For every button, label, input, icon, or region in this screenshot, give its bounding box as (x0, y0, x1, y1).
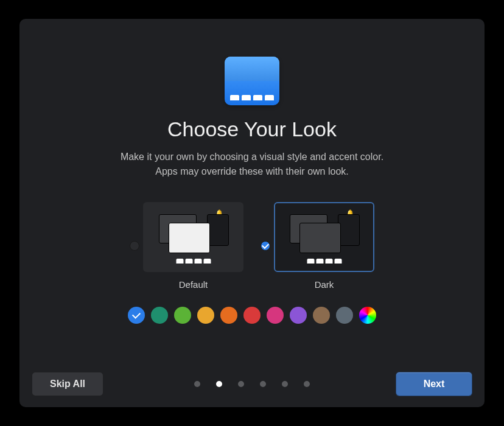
theme-label-dark: Dark (315, 279, 334, 290)
accent-purple[interactable] (290, 307, 307, 324)
accent-rainbow[interactable] (359, 307, 376, 324)
skip-all-button[interactable]: Skip All (32, 372, 103, 396)
accent-green[interactable] (174, 307, 191, 324)
theme-options: 🔔 Default 🔔 (130, 202, 374, 290)
footer: Skip All Next (32, 372, 472, 396)
onboarding-window: Choose Your Look Make it your own by cho… (19, 19, 485, 407)
accent-pink[interactable] (267, 307, 284, 324)
pager-dot[interactable] (238, 381, 244, 387)
theme-label-default: Default (179, 279, 208, 290)
theme-card-default[interactable]: 🔔 (143, 202, 243, 272)
accent-blue[interactable] (128, 307, 145, 324)
pager-dot[interactable] (282, 381, 288, 387)
accent-brown[interactable] (313, 307, 330, 324)
pager-dot[interactable] (304, 381, 310, 387)
next-button[interactable]: Next (396, 372, 472, 396)
theme-option-dark[interactable]: 🔔 Dark (261, 202, 374, 290)
accent-slate[interactable] (336, 307, 353, 324)
radio-dark[interactable] (261, 241, 270, 251)
page-indicator (194, 381, 310, 387)
theme-option-default[interactable]: 🔔 Default (130, 202, 243, 290)
accent-color-row (128, 307, 376, 324)
radio-default[interactable] (130, 241, 139, 251)
page-subtitle: Make it your own by choosing a visual st… (121, 150, 383, 179)
accent-red[interactable] (243, 307, 261, 324)
accent-yellow[interactable] (197, 307, 214, 324)
pager-dot[interactable] (260, 381, 266, 387)
theme-card-dark[interactable]: 🔔 (274, 202, 374, 272)
accent-orange[interactable] (220, 307, 237, 324)
accent-teal[interactable] (151, 307, 168, 324)
appearance-icon (225, 57, 279, 105)
pager-dot[interactable] (216, 381, 222, 387)
pager-dot[interactable] (194, 381, 200, 387)
page-title: Choose Your Look (167, 117, 337, 141)
